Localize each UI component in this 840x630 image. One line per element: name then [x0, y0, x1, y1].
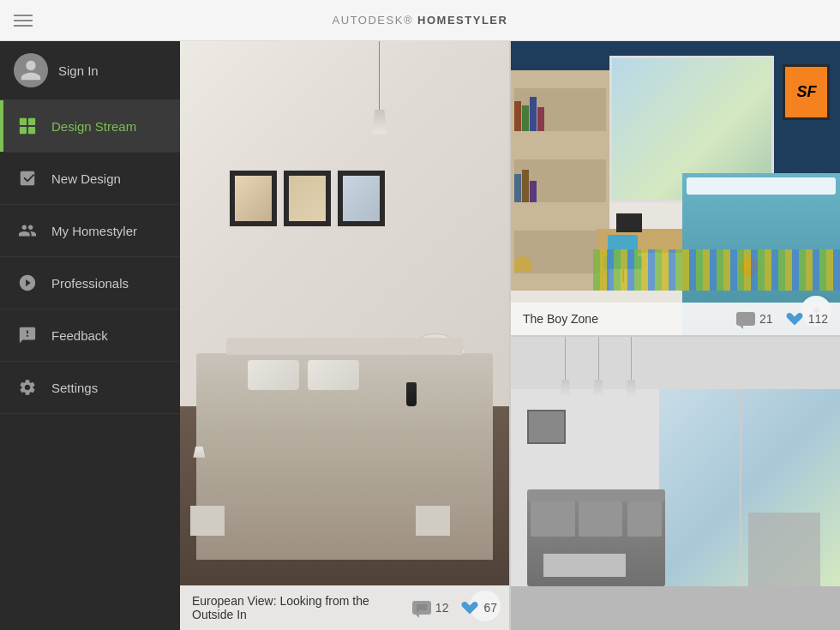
- dining-area: [748, 513, 820, 586]
- like-stat-large: 67: [460, 600, 497, 615]
- card-info-large: European View: Looking from the Outside …: [180, 585, 509, 630]
- rug: [593, 249, 840, 291]
- avatar: [14, 53, 48, 87]
- modernhouse-scene-bg: [511, 337, 840, 631]
- homestyler-label: HOMESTYLER: [417, 14, 507, 27]
- new-design-icon: [14, 165, 41, 192]
- mh-floor: [511, 586, 840, 630]
- autodesk-label: AUTODESK: [333, 14, 404, 27]
- decorative-vase: [406, 382, 417, 406]
- window-frame-v: [740, 389, 741, 585]
- sidebar-item-label: My Homestyler: [51, 224, 137, 238]
- card-stats-boyzone: 21 112: [736, 311, 828, 327]
- pendant-1: [561, 337, 571, 397]
- professionals-icon: [14, 269, 41, 297]
- sidebar-item-design-stream[interactable]: Design Stream: [0, 100, 180, 153]
- nightstand-left: [190, 506, 225, 536]
- sidebar-item-label: Professionals: [51, 276, 129, 291]
- pillow-1: [248, 360, 299, 390]
- sidebar-item-label: New Design: [51, 171, 121, 186]
- comment-bubble-large: [412, 601, 431, 615]
- app-title: AUTODESK® HOMESTYLER: [333, 14, 508, 27]
- pendant-3: [626, 337, 636, 397]
- sidebar-item-settings[interactable]: Settings: [0, 362, 180, 414]
- sidebar-item-my-homestyler[interactable]: My Homestyler: [0, 205, 180, 257]
- my-homestyler-icon: [14, 217, 41, 244]
- svg-rect-0: [20, 118, 27, 125]
- card-stats-large: 12 67: [412, 600, 497, 615]
- sidebar-item-new-design[interactable]: New Design: [0, 153, 180, 205]
- monitor: [616, 213, 642, 232]
- artwork-2: [284, 171, 331, 226]
- svg-rect-1: [28, 118, 35, 125]
- pillow-2: [308, 360, 359, 390]
- boyzone-scene-bg: SF: [511, 41, 840, 335]
- sidebar-item-label: Settings: [51, 381, 98, 395]
- wall-art: [527, 410, 566, 444]
- svg-rect-2: [20, 127, 27, 134]
- card-title-large: European View: Looking from the Outside …: [192, 594, 412, 621]
- card-boy-zone[interactable]: SF ✦ The Boy Zone 21: [511, 41, 840, 335]
- sf-label: SF: [796, 83, 816, 101]
- like-count-boyzone: 112: [808, 312, 828, 326]
- coffee-table: [543, 554, 626, 577]
- comment-stat-large: 12: [412, 601, 449, 615]
- card-european-view[interactable]: ✦ European View: Looking from the Outsid…: [180, 41, 509, 630]
- app-header: AUTODESK® HOMESTYLER: [0, 0, 840, 41]
- heart-icon-large: [460, 600, 479, 615]
- sign-in-button[interactable]: Sign In: [0, 41, 180, 100]
- artwork-3: [338, 171, 385, 226]
- svg-rect-3: [28, 127, 35, 134]
- sf-giants-poster: SF: [783, 64, 830, 120]
- comment-bubble-boyzone: [736, 312, 755, 326]
- design-stream-icon: [14, 112, 41, 140]
- card-info-boyzone: The Boy Zone 21 112: [511, 303, 840, 335]
- comment-count-boyzone: 21: [759, 312, 773, 326]
- bedroom-scene-bg: [180, 41, 509, 630]
- card-title-boyzone: The Boy Zone: [523, 312, 598, 326]
- menu-button[interactable]: [14, 15, 33, 27]
- sidebar-item-label: Feedback: [51, 328, 108, 343]
- like-stat-boyzone: 112: [785, 311, 828, 327]
- settings-icon: [14, 374, 41, 401]
- comment-count-large: 12: [435, 601, 449, 615]
- comment-stat-boyzone: 21: [736, 312, 773, 326]
- content-grid: ✦ European View: Looking from the Outsid…: [180, 41, 840, 630]
- feedback-icon: [14, 321, 41, 349]
- nightstand-right: [416, 506, 450, 536]
- pendant-lamp: [372, 41, 387, 134]
- sign-in-label: Sign In: [58, 63, 99, 78]
- sidebar-item-label: Design Stream: [51, 119, 136, 134]
- artwork-1: [230, 171, 277, 226]
- pendant-2: [593, 337, 603, 397]
- card-modern-house[interactable]: [511, 337, 840, 631]
- main-layout: Sign In Design Stream New Design: [0, 41, 840, 630]
- sidebar: Sign In Design Stream New Design: [0, 41, 180, 630]
- like-count-large: 67: [483, 601, 497, 615]
- artwork-group: [230, 171, 385, 226]
- heart-icon-boyzone: [785, 311, 804, 327]
- sidebar-item-professionals[interactable]: Professionals: [0, 257, 180, 309]
- sidebar-item-feedback[interactable]: Feedback: [0, 309, 180, 362]
